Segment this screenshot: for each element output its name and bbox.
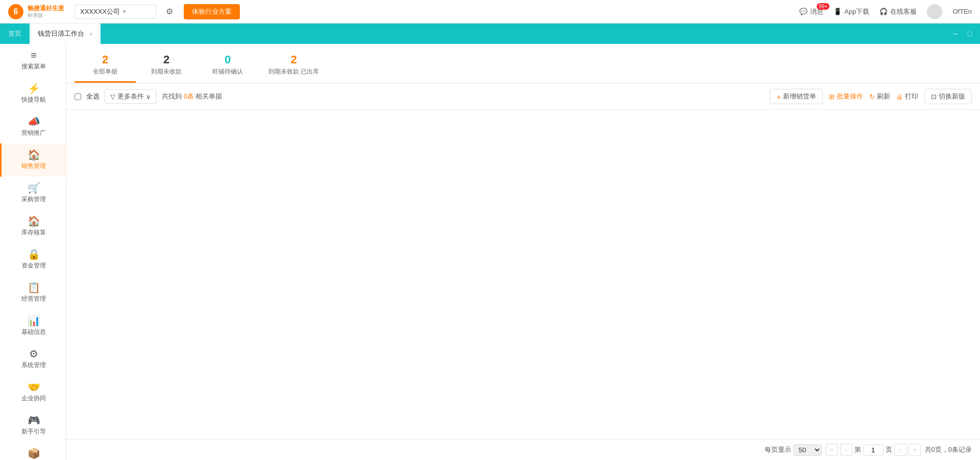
avatar[interactable]	[927, 4, 942, 19]
sidebar-item-guide[interactable]: 🎮 新手引导	[0, 409, 66, 442]
summary-tab-overdue-out[interactable]: 2 到期未收款 已出库	[258, 49, 329, 83]
tab-maximize-button[interactable]: □	[964, 28, 976, 40]
sidebar-basic-info-label: 基础信息	[21, 328, 46, 336]
page-size-select[interactable]: 50 20 100	[793, 444, 822, 456]
summary-tab-overdue[interactable]: 2 到期未收款	[136, 49, 197, 83]
pagination-bar: 每页显示 50 20 100 « ‹ 第 页 › » 共0页，0条记录	[66, 439, 980, 460]
refresh-icon: ↻	[869, 93, 875, 101]
sidebar-item-sales[interactable]: 🏠 销售管理	[0, 143, 66, 177]
basic-info-icon: 📊	[28, 316, 40, 326]
sidebar-item-finance[interactable]: 🔒 资金管理	[0, 243, 66, 276]
username: OfTEn	[952, 8, 972, 15]
chevron-down-icon: ▾	[123, 8, 126, 15]
print-icon: 🖨	[896, 93, 903, 101]
sidebar-item-operation[interactable]: 📋 经营管理	[0, 276, 66, 309]
filter-label: 更多条件	[117, 92, 144, 101]
filter-button[interactable]: ▽ 更多条件 ∨	[105, 89, 157, 104]
page-next-button[interactable]: ›	[894, 444, 906, 456]
tab-minimize-button[interactable]: ─	[949, 28, 962, 40]
sidebar-purchase-label: 采购管理	[21, 195, 46, 204]
sidebar-search-menu-label: 搜索菜单	[21, 62, 46, 71]
message-button[interactable]: 💬 消息 99+	[799, 7, 823, 16]
logo-icon: 6	[8, 4, 23, 19]
switch-label: 切换新版	[939, 92, 965, 101]
trial-button[interactable]: 体验行业方案	[184, 4, 240, 19]
summary-tab-overdue-out-count: 2	[291, 53, 297, 66]
sidebar-guide-label: 新手引导	[21, 427, 46, 436]
sidebar-coop-label: 企业协同	[21, 394, 46, 403]
refresh-label: 刷新	[877, 92, 890, 101]
page-prev-button[interactable]: ‹	[840, 444, 852, 456]
batch-label: 批量操作	[837, 92, 863, 101]
result-count: 0条	[184, 92, 194, 100]
message-badge: 99+	[817, 3, 829, 10]
header-right: 💬 消息 99+ 📱 App下载 🎧 在线客服 OfTEn	[799, 4, 972, 19]
summary-tab-overdue-count: 2	[163, 53, 169, 66]
app-download-icon: 📱	[834, 8, 842, 15]
quick-nav-icon: ⚡	[28, 83, 40, 93]
page-navigation: « ‹ 第 页 › »	[826, 444, 921, 456]
app-download-button[interactable]: 📱 App下载	[834, 7, 869, 16]
page-size-label: 每页显示	[765, 445, 791, 454]
sidebar-item-inventory[interactable]: 🏠 库存核算	[0, 210, 66, 243]
refresh-button[interactable]: ↻ 刷新	[869, 92, 890, 101]
tab-workbench[interactable]: 钱货日清工作台 ×	[30, 23, 101, 44]
settings-button[interactable]: ⚙	[161, 4, 178, 20]
print-button[interactable]: 🖨 打印	[896, 92, 918, 101]
system-icon: ⚙	[29, 349, 38, 359]
sidebar-item-system[interactable]: ⚙ 系统管理	[0, 343, 66, 376]
coop-icon: 🤝	[28, 382, 40, 392]
sidebar-marketing-label: 营销推广	[21, 129, 46, 137]
logo-text: 畅捷通好生意 标准版	[28, 5, 64, 18]
page-label: 第	[854, 445, 861, 454]
sidebar-item-purchase[interactable]: 🛒 采购管理	[0, 177, 66, 210]
sidebar-item-coop[interactable]: 🤝 企业协同	[0, 376, 66, 409]
operation-icon: 📋	[28, 282, 40, 293]
sidebar-item-basic-info[interactable]: 📊 基础信息	[0, 309, 66, 343]
logo-area: 6 畅捷通好生意 标准版	[8, 4, 75, 19]
toolbar-right: + 新增销货单 ⊞ 批量操作 ↻ 刷新 🖨 打印 ⊡ 切换新版	[770, 89, 972, 104]
sidebar-quick-nav-label: 快捷导航	[21, 95, 46, 104]
summary-tab-pending[interactable]: 0 旺辅待确认	[197, 49, 258, 83]
tab-workbench-label: 钱货日清工作台	[38, 29, 84, 38]
switch-new-version-button[interactable]: ⊡ 切换新版	[924, 89, 972, 104]
online-service-button[interactable]: 🎧 在线客服	[879, 7, 917, 16]
sidebar-operation-label: 经营管理	[21, 295, 46, 303]
summary-tab-overdue-out-label: 到期未收款 已出库	[268, 67, 319, 76]
sidebar-item-app-center[interactable]: 📦 应用中心	[0, 442, 66, 460]
sidebar: ≡ 搜索菜单 ⚡ 快捷导航 📣 营销推广 🏠 销售管理 🛒 采购管理 🏠 库存核…	[0, 44, 66, 460]
filter-icon: ▽	[110, 93, 115, 101]
tab-actions: ─ □	[949, 23, 980, 44]
finance-icon: 🔒	[28, 249, 40, 259]
summary-tab-overdue-label: 到期未收款	[151, 67, 182, 76]
tab-home[interactable]: 首页	[0, 23, 30, 44]
logo-title: 畅捷通好生意	[28, 5, 64, 12]
batch-operation-button[interactable]: ⊞ 批量操作	[829, 92, 863, 101]
online-service-icon: 🎧	[879, 8, 888, 15]
page-first-button[interactable]: «	[826, 444, 838, 456]
sidebar-item-marketing[interactable]: 📣 营销推广	[0, 110, 66, 143]
app-center-icon: 📦	[28, 448, 40, 458]
tab-close-icon[interactable]: ×	[89, 31, 92, 37]
sidebar-item-search-menu[interactable]: ≡ 搜索菜单	[0, 44, 66, 77]
logo-subtitle: 标准版	[28, 12, 64, 18]
summary-tab-all[interactable]: 2 全部单据	[75, 49, 136, 83]
sidebar-item-quick-nav[interactable]: ⚡ 快捷导航	[0, 77, 66, 110]
top-header: 6 畅捷通好生意 标准版 XXXXXX公司 ▾ ⚙ 体验行业方案 💬 消息 99…	[0, 0, 980, 23]
message-icon: 💬	[799, 8, 807, 15]
sidebar-inventory-label: 库存核算	[21, 228, 46, 237]
main-layout: ≡ 搜索菜单 ⚡ 快捷导航 📣 营销推广 🏠 销售管理 🛒 采购管理 🏠 库存核…	[0, 44, 980, 460]
select-all-checkbox[interactable]	[75, 93, 81, 100]
page-input[interactable]	[863, 445, 884, 455]
inventory-icon: 🏠	[28, 216, 40, 226]
page-last-button[interactable]: »	[909, 444, 921, 456]
new-sale-button[interactable]: + 新增销货单	[770, 89, 823, 104]
marketing-icon: 📣	[28, 116, 40, 127]
online-service-label: 在线客服	[890, 7, 917, 16]
switch-icon: ⊡	[931, 93, 937, 101]
company-selector[interactable]: XXXXXX公司 ▾	[75, 5, 156, 19]
summary-tabs: 2 全部单据 2 到期未收款 0 旺辅待确认 2 到期未收款 已出库	[66, 44, 980, 83]
guide-icon: 🎮	[28, 415, 40, 425]
purchase-icon: 🛒	[28, 183, 40, 193]
filter-chevron-icon: ∨	[146, 93, 151, 101]
